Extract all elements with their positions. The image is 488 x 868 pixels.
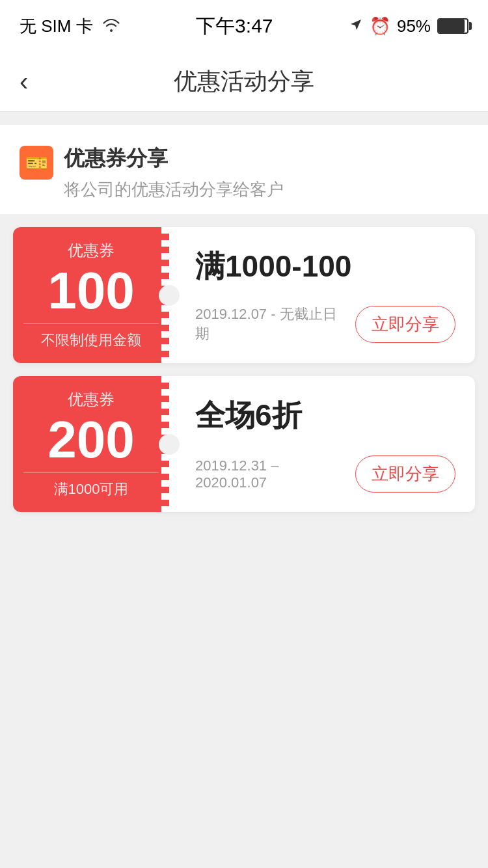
coupon-divider-1 xyxy=(23,323,159,324)
section-title: 优惠券分享 xyxy=(64,144,284,173)
coupon-amount-2: 200 xyxy=(47,414,134,466)
coupon-date-1: 2019.12.07 - 无截止日期 xyxy=(195,305,349,344)
section-header: 🎫 优惠券分享 将公司的优惠活动分享给客户 xyxy=(0,125,488,214)
carrier-text: 无 SIM 卡 xyxy=(20,15,93,38)
coupon-divider-2 xyxy=(23,472,159,473)
nav-bar: ‹ 优惠活动分享 xyxy=(0,52,488,112)
coupon-left-1: 优惠券 100 不限制使用金额 xyxy=(13,227,169,363)
share-button-1[interactable]: 立即分享 xyxy=(355,306,455,343)
battery-icon xyxy=(437,18,468,34)
status-right: ⏰ 95% xyxy=(349,16,468,36)
share-button-2[interactable]: 立即分享 xyxy=(355,455,455,493)
back-button[interactable]: ‹ xyxy=(20,67,28,96)
coupon-meta-1: 2019.12.07 - 无截止日期 立即分享 xyxy=(195,305,455,344)
coupon-date-2: 2019.12.31 – 2020.01.07 xyxy=(195,457,349,491)
coupon-list: 优惠券 100 不限制使用金额 满1000-100 2019.12.07 - 无… xyxy=(0,214,488,525)
status-time: 下午3:47 xyxy=(196,13,273,40)
coupon-label-2: 优惠券 xyxy=(68,389,115,410)
coupon-label-1: 优惠券 xyxy=(68,240,115,261)
alarm-icon: ⏰ xyxy=(370,16,390,36)
coupon-card-2: 优惠券 200 满1000可用 全场6折 2019.12.31 – 2020.0… xyxy=(13,376,475,512)
location-icon xyxy=(349,16,363,36)
coupon-meta-2: 2019.12.31 – 2020.01.07 立即分享 xyxy=(195,455,455,493)
status-bar: 无 SIM 卡 下午3:47 ⏰ 95% xyxy=(0,0,488,52)
section-text: 优惠券分享 将公司的优惠活动分享给客户 xyxy=(64,144,284,201)
status-left: 无 SIM 卡 xyxy=(20,15,120,38)
coupon-right-1: 满1000-100 2019.12.07 - 无截止日期 立即分享 xyxy=(169,227,475,363)
coupon-right-2: 全场6折 2019.12.31 – 2020.01.07 立即分享 xyxy=(169,376,475,512)
section-subtitle: 将公司的优惠活动分享给客户 xyxy=(64,178,284,201)
nav-title: 优惠活动分享 xyxy=(174,66,314,98)
empty-area xyxy=(0,525,488,850)
coupon-left-2: 优惠券 200 满1000可用 xyxy=(13,376,169,512)
coupon-card-1: 优惠券 100 不限制使用金额 满1000-100 2019.12.07 - 无… xyxy=(13,227,475,363)
coupon-section-icon: 🎫 xyxy=(20,146,53,180)
wifi-icon xyxy=(102,16,120,36)
coupon-condition-2: 满1000可用 xyxy=(54,480,129,499)
coupon-condition-1: 不限制使用金额 xyxy=(41,331,141,350)
coupon-title-2: 全场6折 xyxy=(195,396,455,436)
coupon-amount-1: 100 xyxy=(47,265,134,317)
coupon-title-1: 满1000-100 xyxy=(195,247,455,287)
battery-percent: 95% xyxy=(397,16,431,36)
